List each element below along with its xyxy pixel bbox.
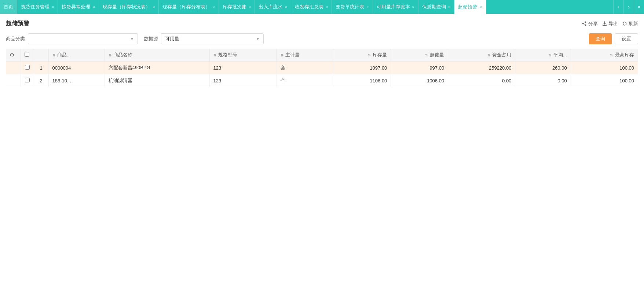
nav-item-task-mgmt[interactable]: 拣货任务管理 ×	[17, 0, 58, 14]
th-max-stock[interactable]: ⇅ 最高库存	[571, 49, 638, 62]
row-checkbox[interactable]	[25, 65, 30, 70]
datasource-value: 可用量	[165, 36, 253, 42]
sort-icon-max-stock: ⇅	[610, 53, 613, 57]
th-capital[interactable]: ⇅ 资金占用	[448, 49, 515, 62]
td-index: 2	[34, 74, 48, 87]
th-spec[interactable]: ⇅ 规格型号	[209, 49, 277, 62]
table-header-row: ⚙ ⇅ 商品... ⇅ 商品名称 ⇅ 规格型号	[6, 49, 638, 62]
nav-close-shelf-life[interactable]: ×	[448, 5, 450, 9]
nav-item-available-ledger[interactable]: 可用量库存账本 ×	[373, 0, 418, 14]
export-button[interactable]: 导出	[602, 21, 618, 27]
nav-item-requisition-total[interactable]: 要货单统计表 ×	[332, 0, 373, 14]
sort-icon-avg: ⇅	[548, 53, 551, 57]
gear-icon[interactable]: ⚙	[10, 52, 14, 58]
nav-close-inventory-status[interactable]: ×	[153, 5, 155, 9]
page-header: 超储预警 分享 导出 刷新	[6, 20, 638, 27]
nav-item-abnormal[interactable]: 拣货异常处理 ×	[58, 0, 99, 14]
td-max-stock: 100.00	[571, 74, 638, 87]
sort-icon-overstock: ⇅	[425, 53, 428, 57]
td-checkbox[interactable]	[21, 74, 34, 87]
sort-icon-product-name: ⇅	[109, 53, 111, 57]
td-capital: 0.00	[448, 74, 515, 87]
nav-item-collect-total[interactable]: 收发存汇总表 ×	[291, 0, 332, 14]
td-avg: 0.00	[515, 74, 571, 87]
nav-close-task-mgmt[interactable]: ×	[52, 5, 54, 9]
nav-label-inventory-status: 现存量（库存状况表）	[103, 4, 150, 10]
td-product-name: 机油滤清器	[105, 74, 209, 87]
filter-actions: 查询 设置	[589, 33, 638, 44]
td-spec: 123	[209, 74, 277, 87]
td-unit: 套	[277, 62, 334, 74]
nav-item-home[interactable]: 首页	[0, 0, 17, 14]
td-overstock: 997.00	[391, 62, 448, 74]
nav-item-inventory-batch[interactable]: 库存批次账 ×	[219, 0, 255, 14]
nav-item-shelf-life[interactable]: 保质期查询 ×	[418, 0, 454, 14]
refresh-button[interactable]: 刷新	[622, 21, 638, 27]
td-checkbox[interactable]	[21, 62, 34, 74]
sort-icon-spec: ⇅	[213, 53, 216, 57]
nav-label-abnormal: 拣货异常处理	[62, 4, 90, 10]
th-avg[interactable]: ⇅ 平均...	[515, 49, 571, 62]
page-title: 超储预警	[6, 20, 29, 27]
row-checkbox[interactable]	[25, 78, 30, 82]
nav-close-inventory-batch[interactable]: ×	[249, 5, 251, 9]
th-checkbox[interactable]	[21, 49, 34, 62]
nav-label-inventory-dist: 现存量（库存分布表）	[162, 4, 210, 10]
th-overstock[interactable]: ⇅ 超储量	[391, 49, 448, 62]
nav-item-inventory-status[interactable]: 现存量（库存状况表） ×	[99, 0, 159, 14]
nav-close-abnormal[interactable]: ×	[92, 5, 95, 9]
th-product-code[interactable]: ⇅ 商品...	[48, 49, 105, 62]
settings-button[interactable]: 设置	[615, 33, 638, 44]
nav-label-overstock-warning: 超储预警	[458, 4, 477, 10]
nav-label-task-mgmt: 拣货任务管理	[21, 4, 50, 10]
nav-item-overstock-warning[interactable]: 超储预警 ×	[454, 0, 486, 14]
nav-close-inventory-dist[interactable]: ×	[212, 5, 215, 9]
nav-label-inventory-batch: 库存批次账	[223, 4, 246, 10]
share-button[interactable]: 分享	[582, 21, 598, 27]
th-index	[34, 49, 48, 62]
category-filter-item: 商品分类 ▼	[6, 33, 138, 44]
td-settings	[6, 62, 21, 74]
data-table: ⚙ ⇅ 商品... ⇅ 商品名称 ⇅ 规格型号	[6, 49, 638, 87]
refresh-icon	[622, 21, 627, 26]
nav-item-in-out-flow[interactable]: 出入库流水 ×	[255, 0, 291, 14]
td-product-name: 六配套新昌490BPG	[105, 62, 209, 74]
nav-more-button[interactable]: ×	[634, 0, 644, 14]
filter-row: 商品分类 ▼ 数据源 可用量 ▼ 查询 设置	[6, 33, 638, 44]
td-product-code: 186-10...	[48, 74, 105, 87]
nav-prev-button[interactable]: ‹	[613, 0, 623, 14]
datasource-select[interactable]: 可用量 ▼	[161, 33, 264, 44]
nav-close-in-out-flow[interactable]: ×	[285, 5, 287, 9]
th-stock[interactable]: ⇅ 库存量	[334, 49, 391, 62]
td-capital: 259220.00	[448, 62, 515, 74]
nav-label-available-ledger: 可用量库存账本	[377, 4, 410, 10]
td-overstock: 1006.00	[391, 74, 448, 87]
nav-arrows: ‹ › ×	[613, 0, 644, 14]
td-index: 1	[34, 62, 48, 74]
td-unit: 个	[277, 74, 334, 87]
sort-icon-unit: ⇅	[281, 53, 283, 57]
datasource-filter-item: 数据源 可用量 ▼	[144, 33, 264, 44]
datasource-label: 数据源	[144, 36, 158, 42]
td-stock: 1097.00	[334, 62, 391, 74]
nav-item-inventory-dist[interactable]: 现存量（库存分布表） ×	[159, 0, 219, 14]
query-button[interactable]: 查询	[589, 33, 612, 44]
select-all-checkbox[interactable]	[25, 52, 29, 57]
nav-close-overstock-warning[interactable]: ×	[479, 5, 482, 9]
th-settings[interactable]: ⚙	[6, 49, 21, 62]
nav-next-button[interactable]: ›	[623, 0, 634, 14]
category-select[interactable]: ▼	[28, 33, 138, 44]
th-unit[interactable]: ⇅ 主计量	[277, 49, 334, 62]
category-dropdown-icon: ▼	[130, 37, 134, 41]
header-actions: 分享 导出 刷新	[582, 21, 638, 27]
td-avg: 260.00	[515, 62, 571, 74]
nav-label-requisition-total: 要货单统计表	[336, 4, 364, 10]
nav-close-available-ledger[interactable]: ×	[412, 5, 414, 9]
nav-close-collect-total[interactable]: ×	[326, 5, 328, 9]
th-product-name[interactable]: ⇅ 商品名称	[105, 49, 209, 62]
nav-close-requisition-total[interactable]: ×	[366, 5, 369, 9]
sort-icon-product-code: ⇅	[52, 53, 55, 57]
nav-label-home: 首页	[4, 4, 13, 10]
td-settings	[6, 74, 21, 87]
table-row: 2 186-10... 机油滤清器 123 个 1106.00 1006.00 …	[6, 74, 638, 87]
